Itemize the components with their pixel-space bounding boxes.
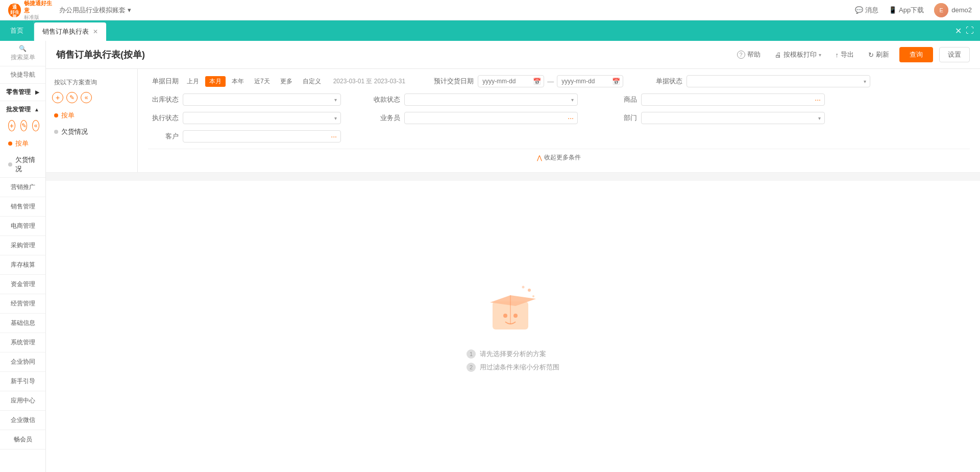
tab-home[interactable]: 首页 bbox=[0, 20, 34, 41]
search-icon: 🔍 bbox=[19, 45, 27, 52]
sidebar-item-wholesale[interactable]: 批发管理 ▲ bbox=[0, 101, 45, 118]
sidebar-item-system[interactable]: 系统管理 bbox=[0, 333, 45, 352]
sidebar-item-ecommerce[interactable]: 电商管理 bbox=[0, 217, 45, 236]
scheme-item-debt[interactable]: 欠货情况 bbox=[46, 124, 137, 140]
customer-control: ··· bbox=[183, 130, 341, 143]
scheme-inactive-dot bbox=[54, 130, 58, 134]
search-button[interactable]: 查询 bbox=[899, 47, 933, 62]
tab-close-icon[interactable]: ✕ bbox=[93, 28, 98, 35]
sidebar-item-enterprise-wechat[interactable]: 企业微信 bbox=[0, 411, 45, 430]
sidebar-item-finance[interactable]: 资金管理 bbox=[0, 275, 45, 294]
date-tab-last7[interactable]: 近7天 bbox=[250, 76, 274, 87]
exec-status-wrapper: ▾ bbox=[183, 112, 341, 124]
sidebar-item-retail[interactable]: 零售管理 ▶ bbox=[0, 84, 45, 101]
filter-outer: 按以下方案查询 + ✎ « 按单 欠货情况 bbox=[46, 69, 980, 173]
doc-status-select[interactable] bbox=[687, 75, 870, 87]
tab-maximize-button[interactable]: ⛶ bbox=[966, 26, 974, 35]
svg-point-3 bbox=[532, 295, 534, 297]
export-button[interactable]: ↑ 导出 bbox=[831, 48, 859, 61]
filter-row-2: 出库状态 ▾ 收款状态 bbox=[148, 93, 970, 106]
page-header: 销售订单执行表(按单) ? 帮助 🖨 按模板打印 ▾ ↑ 导出 ↻ 刷新 bbox=[46, 41, 980, 69]
salesperson-input[interactable] bbox=[404, 112, 578, 124]
svg-point-2 bbox=[528, 289, 531, 292]
app-selector[interactable]: 办公用品行业模拟账套 ▾ bbox=[59, 6, 131, 15]
sidebar-sub-item-order[interactable]: 按单 bbox=[0, 135, 45, 152]
tab-close-window-button[interactable]: ✕ bbox=[955, 26, 962, 36]
date-to-input[interactable] bbox=[557, 75, 623, 87]
top-bar-right: 💬 消息 📱 App下载 E demo2 bbox=[855, 3, 972, 17]
sidebar-item-inventory[interactable]: 库存核算 bbox=[0, 255, 45, 275]
tab-sales-order-exec[interactable]: 销售订单执行表 ✕ bbox=[34, 22, 106, 41]
date-tab-this-year[interactable]: 本年 bbox=[228, 76, 248, 87]
refresh-button[interactable]: ↻ 刷新 bbox=[864, 48, 893, 61]
filter-field-doc-status: 单据状态 ▾ bbox=[652, 75, 870, 87]
filter-sidebar-title: 按以下方案查询 bbox=[46, 75, 137, 90]
date-tab-custom[interactable]: 自定义 bbox=[299, 76, 325, 87]
avatar: E bbox=[934, 3, 948, 17]
edit-scheme-btn[interactable]: ✎ bbox=[66, 92, 78, 103]
sidebar-item-search[interactable]: 🔍 搜索菜单 bbox=[0, 41, 45, 66]
date-tab-last-month[interactable]: 上月 bbox=[183, 76, 203, 87]
collapse-scheme-btn[interactable]: « bbox=[81, 92, 92, 103]
exec-status-select[interactable] bbox=[183, 112, 341, 124]
message-action[interactable]: 💬 消息 bbox=[855, 6, 878, 15]
logo-text: 畅捷通好生意 标准版 bbox=[24, 0, 54, 20]
filter-field-receipt-status: 收款状态 ▾ bbox=[370, 93, 578, 106]
sidebar-item-newbie[interactable]: 新手引导 bbox=[0, 372, 45, 391]
product-input[interactable] bbox=[641, 93, 825, 106]
scheme-item-by-order[interactable]: 按单 bbox=[46, 107, 137, 124]
step-2-number: 2 bbox=[467, 363, 476, 372]
filter-row-4: 客户 ··· bbox=[148, 130, 970, 143]
collapse-scheme-button[interactable]: « bbox=[32, 120, 39, 131]
receipt-status-select[interactable] bbox=[404, 93, 578, 106]
collapse-up-icon: ⋀ bbox=[537, 154, 542, 161]
sidebar-item-member[interactable]: 畅会员 bbox=[0, 430, 45, 450]
scheme-active-dot bbox=[54, 113, 58, 117]
help-button[interactable]: ? 帮助 bbox=[733, 48, 765, 61]
sidebar-item-marketing[interactable]: 营销推广 bbox=[0, 178, 45, 197]
print-icon: 🖨 bbox=[775, 51, 781, 59]
add-scheme-button[interactable]: + bbox=[8, 120, 15, 131]
content-divider bbox=[46, 173, 980, 177]
empty-illustration bbox=[482, 281, 544, 337]
date-tab-this-month[interactable]: 本月 bbox=[205, 76, 226, 87]
edit-scheme-button[interactable]: ✎ bbox=[20, 120, 28, 131]
sidebar-item-basic-info[interactable]: 基础信息 bbox=[0, 314, 45, 333]
date-tab-more[interactable]: 更多 bbox=[276, 76, 297, 87]
delivery-status-label: 出库状态 bbox=[148, 95, 179, 104]
filter-field-doc-date: 单据日期 上月 本月 本年 近7天 更多 自定义 2023-03-01 至 20… bbox=[148, 76, 405, 87]
doc-status-label: 单据状态 bbox=[652, 77, 682, 86]
date-to-control: 📅 bbox=[557, 75, 623, 87]
sidebar-item-app-center[interactable]: 应用中心 bbox=[0, 391, 45, 411]
add-scheme-btn[interactable]: + bbox=[52, 92, 63, 103]
date-range-text: 2023-03-01 至 2023-03-31 bbox=[333, 77, 405, 86]
sidebar-group-retail: 零售管理 ▶ bbox=[0, 84, 45, 101]
settings-button[interactable]: 设置 bbox=[939, 47, 970, 62]
date-from-input[interactable] bbox=[478, 75, 544, 87]
filter-field-salesperson: 业务员 ··· bbox=[370, 112, 578, 124]
sidebar: 🔍 搜索菜单 快捷导航 零售管理 ▶ 批发管理 ▲ + ✎ « 按 bbox=[0, 41, 46, 472]
sidebar-item-quick-nav[interactable]: 快捷导航 bbox=[0, 66, 45, 84]
sidebar-item-operations[interactable]: 经营管理 bbox=[0, 294, 45, 314]
step-1-number: 1 bbox=[467, 349, 476, 359]
template-print-button[interactable]: 🖨 按模板打印 ▾ bbox=[771, 48, 825, 61]
collapse-more-button[interactable]: ⋀ 收起更多条件 bbox=[148, 149, 970, 166]
delivery-status-wrapper: ▾ bbox=[183, 93, 341, 106]
filter-field-delivery-status: 出库状态 ▾ bbox=[148, 93, 341, 106]
chevron-right-icon: ▶ bbox=[35, 89, 39, 95]
filter-row-1: 单据日期 上月 本月 本年 近7天 更多 自定义 2023-03-01 至 20… bbox=[148, 75, 970, 87]
receipt-status-wrapper: ▾ bbox=[404, 93, 578, 106]
top-bar: 畅捷通好生意 畅捷通好生意 标准版 办公用品行业模拟账套 ▾ 💬 消息 📱 Ap… bbox=[0, 0, 980, 20]
sidebar-sub-item-debt[interactable]: 欠货情况 bbox=[0, 152, 45, 177]
sidebar-item-enterprise[interactable]: 企业协同 bbox=[0, 352, 45, 372]
filter-main: 单据日期 上月 本月 本年 近7天 更多 自定义 2023-03-01 至 20… bbox=[138, 69, 980, 172]
user-name: demo2 bbox=[951, 6, 972, 14]
customer-input[interactable] bbox=[183, 130, 341, 143]
refresh-icon: ↻ bbox=[868, 51, 874, 59]
dept-select[interactable] bbox=[641, 112, 825, 124]
app-download-action[interactable]: 📱 App下载 bbox=[889, 6, 924, 15]
sidebar-item-purchase[interactable]: 采购管理 bbox=[0, 236, 45, 255]
delivery-status-select[interactable] bbox=[183, 93, 341, 106]
user-area[interactable]: E demo2 bbox=[934, 3, 972, 17]
sidebar-item-sales[interactable]: 销售管理 bbox=[0, 197, 45, 217]
